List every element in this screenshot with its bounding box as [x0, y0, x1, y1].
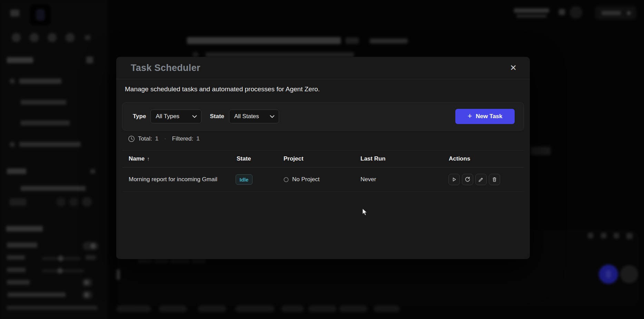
state-filter-value: All States: [234, 113, 259, 120]
task-project-cell: No Project: [284, 176, 319, 183]
filter-bar: Type All Types State All States + New Ta…: [122, 102, 524, 131]
chevron-down-icon: [270, 115, 275, 118]
mouse-cursor: [362, 208, 369, 218]
type-filter-value: All Types: [156, 113, 179, 120]
chevron-down-icon: [192, 115, 197, 118]
total-label: Total:: [138, 135, 152, 142]
new-task-label: New Task: [476, 113, 502, 120]
delete-task-icon[interactable]: [489, 174, 500, 185]
task-last-run: Never: [360, 176, 376, 183]
task-state-cell: Idle: [236, 174, 252, 185]
run-task-icon[interactable]: [448, 174, 460, 185]
total-value: 1: [155, 135, 158, 142]
column-header-state: State: [237, 155, 251, 162]
modal-header: Task Scheduler ✕: [116, 57, 530, 79]
column-header-project: Project: [284, 155, 304, 162]
circle-outline-icon: [284, 177, 289, 182]
plus-icon: +: [467, 112, 472, 120]
new-task-button[interactable]: + New Task: [455, 109, 515, 124]
filtered-value: 1: [196, 135, 199, 142]
task-stats: Total: 1 · Filtered: 1: [128, 135, 200, 142]
divider: [122, 192, 524, 192]
close-icon[interactable]: ✕: [510, 64, 517, 72]
task-project: No Project: [292, 176, 319, 183]
modal-title: Task Scheduler: [131, 63, 200, 73]
edit-task-icon[interactable]: [475, 174, 487, 185]
reload-task-icon[interactable]: [462, 174, 473, 185]
task-name: Morning report for incoming Gmail: [129, 176, 217, 183]
app-screen: Task Scheduler ✕ Manage scheduled tasks …: [0, 0, 644, 319]
column-header-last-run: Last Run: [360, 155, 386, 162]
table-header-row: Name↑ State Project Last Run Actions: [122, 151, 524, 167]
type-filter-select[interactable]: All Types: [150, 110, 201, 123]
filtered-label: Filtered:: [172, 135, 193, 142]
state-filter-label: State: [210, 113, 224, 120]
task-actions-cell: [448, 174, 500, 185]
stats-separator: ·: [164, 135, 166, 142]
task-scheduler-modal: Task Scheduler ✕ Manage scheduled tasks …: [116, 57, 530, 259]
type-filter-label: Type: [133, 113, 146, 120]
modal-description: Manage scheduled tasks and automated pro…: [125, 85, 320, 93]
column-header-actions: Actions: [449, 155, 470, 162]
status-badge: Idle: [236, 174, 252, 185]
sort-ascending-icon: ↑: [147, 156, 150, 162]
state-filter-select[interactable]: All States: [229, 110, 279, 123]
table-row[interactable]: Morning report for incoming Gmail Idle N…: [122, 167, 524, 192]
clock-icon: [128, 135, 135, 142]
column-header-name[interactable]: Name↑: [129, 155, 150, 162]
